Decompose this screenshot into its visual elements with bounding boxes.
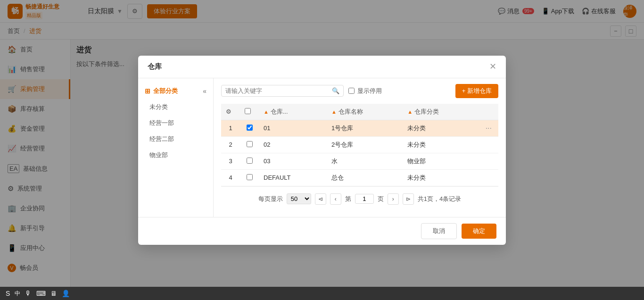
first-page-button[interactable]: ⊲: [315, 193, 326, 205]
row-code: DEFAULT: [259, 169, 327, 186]
next-page-button[interactable]: ›: [388, 193, 399, 205]
row-checkbox-cell: [240, 169, 259, 186]
th-name: ▲ 仓库名称: [327, 104, 403, 120]
modal-footer: 取消 确定: [138, 217, 506, 245]
page-number-input[interactable]: [355, 194, 374, 204]
bottom-icon-keyboard: ⌨: [36, 290, 46, 297]
modal-toolbar: 🔍 显示停用 + 新增仓库: [221, 84, 498, 98]
warehouse-modal: 仓库 ✕ ⊞ 全部分类 « 未分类 经营一部 经营二部 物业部: [138, 56, 506, 245]
last-page-button[interactable]: ⊳: [403, 193, 414, 205]
row-checkbox-cell: [240, 120, 259, 136]
modal-header: 仓库 ✕: [138, 56, 506, 78]
table-row[interactable]: 3 03 水 物业部: [221, 153, 498, 169]
th-actions: [479, 104, 498, 120]
bottom-bar: S 中 🎙 ⌨ 🖥 👤: [0, 287, 644, 300]
cancel-button[interactable]: 取消: [421, 223, 457, 239]
show-disabled-checkbox[interactable]: 显示停用: [348, 87, 382, 95]
search-input[interactable]: [225, 87, 332, 94]
category-item-property[interactable]: 物业部: [138, 147, 213, 163]
search-icon[interactable]: 🔍: [332, 87, 339, 94]
page-size-select[interactable]: 2050100: [287, 193, 311, 204]
row-code: 03: [259, 153, 327, 169]
row-category: 未分类: [403, 169, 479, 186]
row-actions: [479, 153, 498, 169]
row-checkbox-cell: [240, 136, 259, 153]
row-actions: [479, 169, 498, 186]
total-info: 共1页，4条记录: [418, 195, 461, 203]
table-header: ⚙ ▲ 仓库...: [221, 104, 498, 120]
bottom-icon-1: S: [6, 290, 10, 297]
row-actions: ···: [479, 120, 498, 136]
row-num: 2: [221, 136, 240, 153]
search-box: 🔍: [221, 85, 344, 97]
bottom-icon-user: 👤: [62, 290, 70, 297]
row-category: 未分类: [403, 120, 479, 136]
add-warehouse-button[interactable]: + 新增仓库: [455, 84, 498, 98]
prev-page-button[interactable]: ‹: [330, 193, 341, 205]
show-disabled-input[interactable]: [348, 88, 355, 94]
row-name: 总仓: [327, 169, 403, 186]
sort-icon-cat: ▲: [407, 109, 413, 115]
category-item-dept2[interactable]: 经营二部: [138, 131, 213, 147]
th-code: ▲ 仓库...: [259, 104, 327, 120]
category-item-unclassified[interactable]: 未分类: [138, 99, 213, 115]
table-row[interactable]: 2 02 2号仓库 未分类: [221, 136, 498, 153]
row-checkbox[interactable]: [247, 174, 253, 180]
sort-icon: ▲: [264, 109, 269, 115]
row-checkbox[interactable]: [247, 125, 253, 131]
category-item-dept1[interactable]: 经营一部: [138, 115, 213, 131]
category-sidebar: ⊞ 全部分类 « 未分类 经营一部 经营二部 物业部: [138, 78, 214, 217]
settings-icon: ⚙: [226, 108, 231, 115]
th-category: ▲ 仓库分类: [403, 104, 479, 120]
row-num: 1: [221, 120, 240, 136]
row-name: 水: [327, 153, 403, 169]
bottom-icon-mic: 🎙: [25, 290, 32, 297]
row-name: 1号仓库: [327, 120, 403, 136]
row-category: 物业部: [403, 153, 479, 169]
table-body: 1 01 1号仓库 未分类 ··· 2 02 2号仓库 未分类 3 03 水 物…: [221, 120, 498, 186]
row-name: 2号仓库: [327, 136, 403, 153]
confirm-button[interactable]: 确定: [462, 224, 496, 239]
row-code: 01: [259, 120, 327, 136]
bottom-icon-monitor: 🖥: [50, 290, 57, 297]
row-checkbox-cell: [240, 153, 259, 169]
row-actions: [479, 136, 498, 153]
row-action-dots[interactable]: ···: [484, 124, 494, 132]
row-checkbox[interactable]: [247, 141, 253, 147]
row-num: 3: [221, 153, 240, 169]
table-row[interactable]: 4 DEFAULT 总仓 未分类: [221, 169, 498, 186]
sort-icon-name: ▲: [331, 109, 337, 115]
row-code: 02: [259, 136, 327, 153]
modal-body: ⊞ 全部分类 « 未分类 经营一部 经营二部 物业部 🔍: [138, 78, 506, 217]
row-category: 未分类: [403, 136, 479, 153]
modal-close-button[interactable]: ✕: [489, 62, 496, 71]
collapse-button[interactable]: «: [203, 87, 206, 95]
grid-icon: ⊞: [145, 87, 150, 95]
th-settings: ⚙: [221, 104, 240, 120]
th-checkbox: [240, 104, 259, 120]
row-num: 4: [221, 169, 240, 186]
row-checkbox[interactable]: [247, 158, 253, 164]
table-row[interactable]: 1 01 1号仓库 未分类 ···: [221, 120, 498, 136]
pagination: 每页显示 2050100 ⊲ ‹ 第 页 › ⊳ 共1页，4条记录: [221, 186, 498, 211]
modal-title: 仓库: [148, 62, 162, 71]
all-categories-item[interactable]: ⊞ 全部分类 «: [138, 83, 213, 99]
select-all-checkbox[interactable]: [245, 108, 251, 114]
warehouse-table: ⚙ ▲ 仓库...: [221, 104, 498, 186]
warehouse-table-container: ⚙ ▲ 仓库...: [221, 104, 498, 186]
modal-overlay: 仓库 ✕ ⊞ 全部分类 « 未分类 经营一部 经营二部 物业部: [0, 0, 644, 300]
modal-main-area: 🔍 显示停用 + 新增仓库 ⚙: [214, 78, 506, 217]
